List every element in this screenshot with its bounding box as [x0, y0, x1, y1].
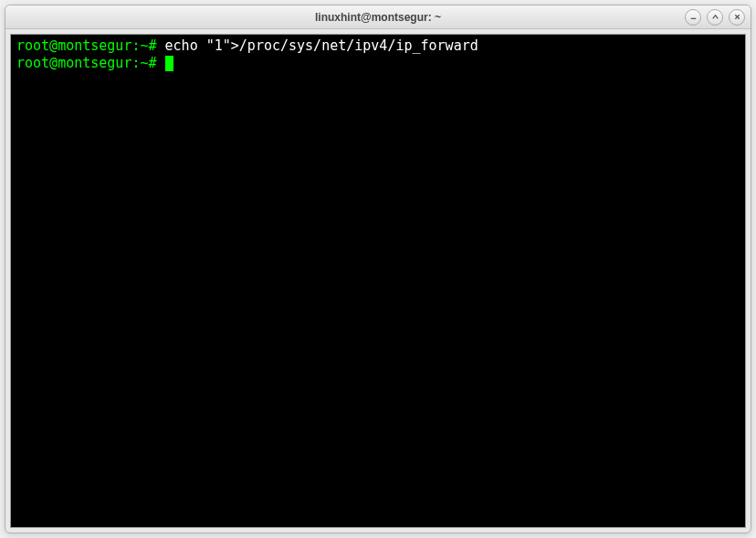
terminal-cursor — [165, 56, 173, 71]
terminal-window: linuxhint@montsegur: ~ root@montsegur:~#… — [5, 5, 751, 533]
terminal-command: echo "1">/proc/sys/net/ipv4/ip_forward — [157, 37, 478, 54]
close-button[interactable] — [729, 9, 745, 26]
minimize-icon — [689, 13, 698, 21]
maximize-icon — [711, 13, 719, 21]
terminal-line: root@montsegur:~# — [16, 55, 740, 72]
terminal-line: root@montsegur:~# echo "1">/proc/sys/net… — [16, 37, 740, 55]
window-title: linuxhint@montsegur: ~ — [315, 11, 441, 24]
minimize-button[interactable] — [685, 9, 701, 26]
window-controls — [685, 9, 745, 26]
terminal-content[interactable]: root@montsegur:~# echo "1">/proc/sys/net… — [10, 34, 746, 528]
terminal-command — [157, 55, 165, 71]
terminal-prompt: root@montsegur:~# — [16, 55, 157, 71]
terminal-prompt: root@montsegur:~# — [16, 37, 157, 54]
close-icon — [733, 13, 741, 21]
titlebar[interactable]: linuxhint@montsegur: ~ — [5, 5, 751, 29]
maximize-button[interactable] — [707, 9, 723, 26]
